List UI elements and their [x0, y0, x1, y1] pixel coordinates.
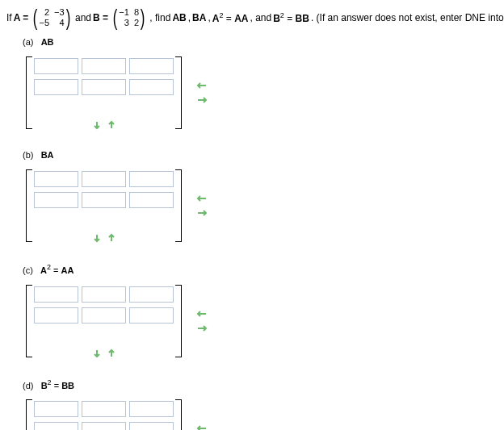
remove-row-icon[interactable]	[196, 80, 208, 91]
matrix-input-b	[23, 165, 498, 247]
matrix-cell-input[interactable]	[34, 192, 78, 208]
matrix-cell-input[interactable]	[129, 171, 174, 187]
matrix-input-a	[23, 52, 498, 134]
bracket-right	[175, 169, 182, 242]
matrix-cell-input[interactable]	[82, 79, 126, 95]
bracket-right	[175, 56, 182, 129]
part-label-d: (d) B2 = BB	[23, 378, 498, 390]
part-a: (a) AB	[23, 37, 498, 134]
add-column-icon[interactable]	[106, 348, 117, 359]
matrix-cell-input[interactable]	[129, 422, 174, 430]
matrix-cell-input[interactable]	[34, 79, 78, 95]
matrix-cell-input[interactable]	[82, 307, 126, 324]
remove-row-icon[interactable]	[196, 423, 208, 430]
remove-column-icon[interactable]	[91, 119, 103, 131]
add-row-icon[interactable]	[196, 207, 208, 219]
matrix-cell: 4	[54, 18, 65, 28]
text: and	[75, 12, 91, 23]
text: A2 = AA	[212, 11, 249, 24]
matrix-cell-input[interactable]	[82, 422, 126, 430]
remove-column-icon[interactable]	[91, 348, 103, 359]
matrix-cell-input[interactable]	[82, 286, 126, 303]
matrix-cell-input[interactable]	[82, 58, 126, 74]
matrix-cell-input[interactable]	[129, 192, 174, 208]
add-column-icon[interactable]	[106, 232, 117, 244]
add-row-icon[interactable]	[196, 323, 208, 334]
matrix-b: ( −1 8 3 2 )	[111, 6, 146, 29]
text: , and	[250, 12, 271, 23]
bracket-right	[175, 399, 182, 430]
matrix-cell-input[interactable]	[129, 401, 174, 417]
matrix-cell-input[interactable]	[129, 79, 174, 95]
matrix-cell: −3	[54, 7, 65, 18]
add-column-icon[interactable]	[106, 119, 117, 131]
text: If	[6, 12, 12, 23]
matrix-cell: −5	[40, 18, 50, 28]
bracket-left	[26, 56, 32, 129]
bracket-left	[26, 285, 32, 357]
matrix-cell-input[interactable]	[34, 401, 78, 417]
matrix-cell-input[interactable]	[34, 286, 78, 303]
matrix-cell-input[interactable]	[82, 192, 126, 208]
matrix-cell-input[interactable]	[34, 307, 78, 324]
part-label-b: (b) BA	[23, 150, 498, 160]
text: . (If an answer does not exist, enter DN…	[311, 12, 504, 23]
paren-left: (	[33, 6, 38, 29]
remove-column-icon[interactable]	[91, 232, 103, 244]
matrix-cell-input[interactable]	[82, 401, 126, 417]
problem-statement: If A = ( 2 −3 −5 4 ) and B = ( −1 8 3 2 …	[6, 6, 498, 29]
matrix-cell: 2	[134, 18, 139, 28]
text: ,	[188, 12, 191, 23]
bracket-left	[26, 399, 32, 430]
part-label-c: (c) A2 = AA	[23, 263, 498, 275]
matrix-cell: 3	[119, 18, 129, 28]
text-bold: AB	[172, 12, 186, 23]
matrix-cell-input[interactable]	[129, 286, 174, 303]
paren-right: )	[66, 6, 71, 29]
text: ,	[208, 12, 210, 23]
text: B =	[93, 12, 108, 23]
text: B2 = BB	[273, 11, 309, 24]
matrix-cell-input[interactable]	[82, 171, 126, 187]
part-b: (b) BA	[23, 150, 498, 247]
text: , find	[149, 12, 170, 23]
matrix-cell-input[interactable]	[34, 422, 78, 430]
matrix-input-d	[23, 395, 498, 430]
paren-right: )	[141, 6, 145, 29]
bracket-right	[175, 285, 182, 357]
matrix-cell-input[interactable]	[129, 58, 174, 74]
bracket-left	[26, 169, 32, 242]
paren-left: (	[113, 6, 118, 29]
part-label-a: (a) AB	[23, 37, 498, 47]
matrix-a: ( 2 −3 −5 4 )	[32, 6, 72, 29]
matrix-input-c	[23, 280, 498, 362]
text: A =	[14, 12, 29, 23]
text-bold: BA	[192, 12, 206, 23]
matrix-cell-input[interactable]	[129, 307, 174, 324]
remove-row-icon[interactable]	[196, 193, 208, 204]
part-c: (c) A2 = AA	[23, 263, 498, 362]
matrix-cell: −1	[119, 7, 129, 18]
part-d: (d) B2 = BB	[23, 378, 498, 430]
remove-row-icon[interactable]	[196, 308, 208, 319]
matrix-cell: 2	[40, 7, 50, 18]
matrix-cell-input[interactable]	[34, 171, 78, 187]
add-row-icon[interactable]	[196, 94, 208, 106]
matrix-cell-input[interactable]	[34, 58, 78, 74]
matrix-cell: 8	[134, 7, 139, 18]
